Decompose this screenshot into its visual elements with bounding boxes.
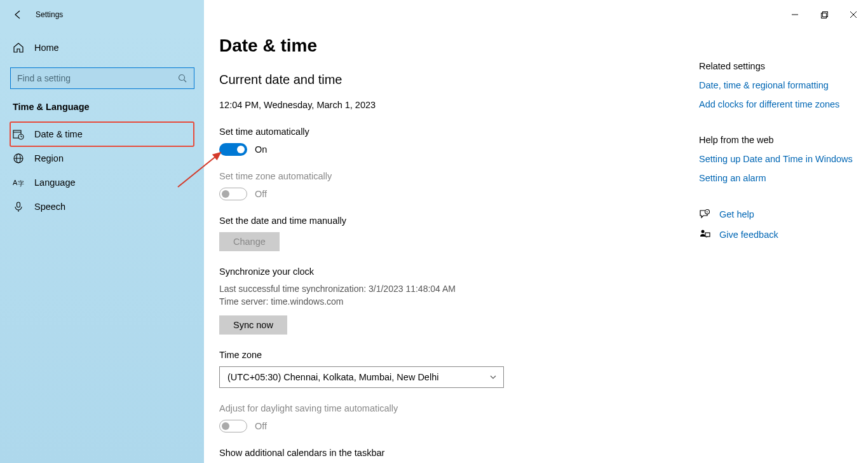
set-timezone-auto-toggle: [219, 188, 247, 200]
link-regional-formatting[interactable]: Date, time & regional formatting: [699, 80, 855, 90]
sync-last-text: Last successful time synchronization: 3/…: [219, 283, 684, 296]
svg-line-6: [184, 79, 187, 82]
set-time-auto-label: Set time automatically: [219, 127, 684, 137]
nav-home[interactable]: Home: [10, 36, 194, 60]
chevron-down-icon: [489, 373, 497, 381]
give-feedback-link: Give feedback: [719, 230, 778, 240]
search-box[interactable]: [10, 67, 194, 89]
link-setting-alarm[interactable]: Setting an alarm: [699, 173, 855, 183]
get-help-link: Get help: [719, 209, 754, 219]
give-feedback-action[interactable]: Give feedback: [699, 229, 855, 240]
nav-date-time[interactable]: Date & time: [10, 122, 194, 146]
dst-state: Off: [255, 421, 267, 431]
search-icon: [178, 74, 187, 83]
timezone-dropdown[interactable]: (UTC+05:30) Chennai, Kolkata, Mumbai, Ne…: [219, 366, 504, 388]
svg-rect-2: [822, 11, 827, 17]
help-from-web-heading: Help from the web: [699, 135, 855, 145]
timezone-label: Time zone: [219, 350, 684, 360]
content-area: Date & time Current date and time 12:04 …: [204, 29, 699, 463]
nav-home-label: Home: [34, 43, 59, 53]
close-button[interactable]: [839, 4, 868, 25]
svg-point-5: [179, 74, 185, 80]
set-time-auto-state: On: [255, 144, 267, 155]
arrow-left-icon: [12, 9, 24, 20]
additional-calendars-label: Show additional calendars in the taskbar: [219, 448, 684, 458]
timezone-value: (UTC+05:30) Chennai, Kolkata, Mumbai, Ne…: [227, 372, 438, 382]
svg-rect-17: [17, 202, 20, 207]
sync-now-button[interactable]: Sync now: [219, 315, 287, 335]
feedback-icon: [699, 229, 710, 240]
get-help-action[interactable]: ? Get help: [699, 209, 855, 220]
link-add-clocks[interactable]: Add clocks for different time zones: [699, 99, 855, 109]
microphone-icon: [13, 201, 24, 212]
current-datetime-value: 12:04 PM, Wednesday, March 1, 2023: [219, 100, 684, 110]
related-settings-heading: Related settings: [699, 61, 855, 71]
minimize-button[interactable]: [780, 4, 810, 25]
close-icon: [850, 11, 857, 18]
link-setting-up-datetime[interactable]: Setting up Date and Time in Windows: [699, 154, 855, 164]
set-timezone-auto-label: Set time zone automatically: [219, 171, 684, 181]
minimize-icon: [792, 11, 798, 18]
home-icon: [13, 42, 24, 53]
sync-clock-heading: Synchronize your clock: [219, 266, 684, 277]
svg-text:?: ?: [706, 211, 708, 214]
set-timezone-auto-state: Off: [255, 189, 267, 199]
page-title: Date & time: [219, 36, 684, 56]
change-button: Change: [219, 232, 280, 251]
maximize-icon: [821, 11, 828, 18]
nav-region[interactable]: Region: [10, 146, 194, 170]
sync-server-text: Time server: time.windows.com: [219, 296, 684, 308]
chat-icon: ?: [699, 209, 710, 220]
nav-date-time-label: Date & time: [34, 129, 83, 139]
manual-datetime-label: Set the date and time manually: [219, 216, 684, 226]
maximize-button[interactable]: [810, 4, 839, 25]
svg-text:A: A: [13, 179, 18, 186]
right-panel: Related settings Date, time & regional f…: [699, 29, 868, 463]
current-datetime-heading: Current date and time: [219, 73, 684, 87]
nav-region-label: Region: [34, 153, 64, 163]
window-title: Settings: [36, 10, 63, 19]
nav-speech[interactable]: Speech: [10, 195, 194, 219]
svg-rect-22: [705, 233, 710, 237]
nav-language-label: Language: [34, 177, 76, 188]
nav-language[interactable]: A字 Language: [10, 170, 194, 195]
sidebar: Home Time & Language Date & time Region …: [0, 29, 204, 463]
calendar-clock-icon: [13, 128, 24, 140]
set-time-auto-toggle[interactable]: [219, 143, 247, 156]
sidebar-section-header: Time & Language: [13, 102, 194, 112]
nav-speech-label: Speech: [34, 202, 65, 212]
globe-icon: [13, 153, 24, 164]
dst-label: Adjust for daylight saving time automati…: [219, 403, 684, 413]
window-controls: [780, 4, 868, 25]
back-button[interactable]: [11, 8, 24, 21]
dst-toggle: [219, 420, 247, 432]
svg-rect-1: [821, 13, 826, 18]
svg-point-21: [702, 230, 705, 233]
search-input[interactable]: [17, 73, 178, 83]
titlebar: Settings: [0, 0, 868, 29]
language-icon: A字: [13, 177, 24, 188]
svg-text:字: 字: [18, 180, 24, 187]
